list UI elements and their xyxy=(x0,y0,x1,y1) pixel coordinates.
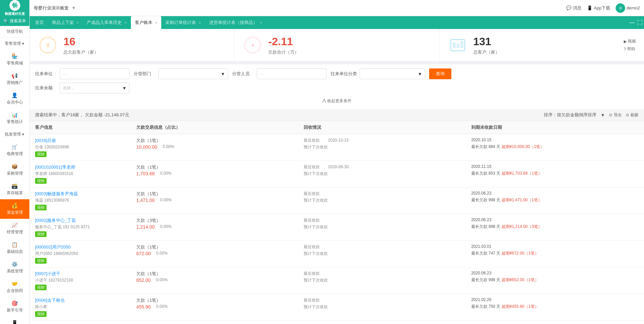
debt-amount: 1,471.00 xyxy=(136,198,155,203)
table-row: [0002]服务中心_丁磊 服务中心_丁磊 181 0125 8371 现销 欠… xyxy=(30,214,644,241)
overdue-amount-link[interactable]: 超期¥1,471.00（1笔） xyxy=(502,198,542,202)
sidebar-item-retail-mgmt[interactable]: 零售管理 ▼ xyxy=(0,37,29,50)
col-customer-info: 客户信息 xyxy=(35,124,136,130)
guide-icon: 🎯 xyxy=(11,300,18,306)
customer-name-link[interactable]: [0016]吕俊 xyxy=(35,138,56,143)
customer-badge: 现销 xyxy=(35,151,47,157)
sidebar-item-basic[interactable]: 📋 基础信息 xyxy=(0,238,29,258)
tab-product-history[interactable]: 产成品入库单历史 × xyxy=(83,16,131,29)
sidebar-item-label: 零售统计 xyxy=(7,119,23,125)
inventory-icon: 🗃️ xyxy=(11,183,18,189)
overdue-days: 最长欠款 998 天 超期¥652.00（1笔） xyxy=(471,277,639,283)
tab-product-off[interactable]: 商品上下架 × xyxy=(48,16,83,29)
overdue-amount-link[interactable]: 超期¥10,000.00（1笔） xyxy=(502,144,544,149)
filter-customer: 往来单位 ··· xyxy=(35,68,130,79)
customer-name-link[interactable]: [0003]畅捷服务尹海蕊 xyxy=(35,191,78,196)
sidebar-item-finance[interactable]: 💰 资金管理 xyxy=(0,199,29,219)
export-icon: ⊙ xyxy=(609,113,612,117)
sidebar-item-purchase[interactable]: 📦 采购管理 xyxy=(0,160,29,180)
collapse-filters-btn[interactable]: ⋀ 收起更多条件 xyxy=(35,97,639,105)
recovery-label: 最近收款 xyxy=(304,297,471,303)
tab-instock-stats[interactable]: 进货单统计表（按商品） × xyxy=(205,16,266,29)
sidebar-item-retail-mall[interactable]: 🏪 零售商城 xyxy=(0,50,29,69)
sidebar-item-label: 批发管理 xyxy=(5,131,21,137)
filter-customer-input[interactable]: ··· xyxy=(60,68,130,79)
svg-rect-7 xyxy=(460,41,463,48)
filter-person-input[interactable]: ··· xyxy=(257,68,327,79)
sidebar-search-menu[interactable]: 🔍 搜索菜单 xyxy=(0,16,29,26)
customer-badge: 现销 xyxy=(35,285,47,290)
sidebar-item-batch-mgmt[interactable]: 批发管理 ▼ xyxy=(0,128,29,141)
sidebar-item-operations[interactable]: 📈 经营管理 xyxy=(0,219,29,238)
tab-purchase-order[interactable]: 采购订单统计表 × xyxy=(161,16,205,29)
next-recovery-label: 预计下次收款 xyxy=(304,224,471,230)
sidebar-item-new-guide[interactable]: 🎯 新手引导 xyxy=(0,297,29,317)
sidebar-item-ecommerce[interactable]: 🛒 电商管理 xyxy=(0,141,29,160)
tab-close-icon[interactable]: × xyxy=(260,21,262,25)
debt-count: 欠款（1笔） xyxy=(136,138,161,144)
filter-category-select[interactable]: ▼ xyxy=(360,68,425,79)
debt-amount: 455.90 xyxy=(136,304,151,310)
customer-name-link[interactable]: [0001020001]李老师 xyxy=(35,165,75,170)
sidebar-item-member[interactable]: 👤 会员中心 xyxy=(0,89,29,109)
overdue-amount-link[interactable]: 超期¥652.00（1笔） xyxy=(502,277,539,282)
help-btn[interactable]: ? 帮助 xyxy=(624,46,636,52)
tab-close-icon[interactable]: × xyxy=(199,21,201,25)
overdue-amount-link[interactable]: 超期¥455.90（1笔） xyxy=(502,304,539,309)
tab-close-icon[interactable]: × xyxy=(155,21,157,25)
debt-customers-icon: ¥ xyxy=(38,35,58,55)
customer-name-link[interactable]: [0006]去下粮仓 xyxy=(35,298,65,303)
filter-balance-select[interactable]: 选择... ▼ xyxy=(60,83,130,93)
finance-icon: 💰 xyxy=(11,203,18,209)
stat-card-total-customers: 131 总客户（家） ▶ 视频 ? 帮助 xyxy=(440,29,644,61)
overdue-days: 最长欠款 998 天 超期¥1,214.00（3笔） xyxy=(471,224,639,230)
customer-name-link[interactable]: [0002]服务中心_丁磊 xyxy=(35,218,76,223)
tab-close-icon[interactable]: × xyxy=(124,21,127,25)
topbar: 母婴行业演示账套 ▼ 💬 消息 📱 App下载 d demo2 xyxy=(30,0,644,16)
recovery-label: 最近收款 xyxy=(304,271,471,276)
debt-customers-number: 16 xyxy=(63,35,99,48)
debt-total-label: 欠款合计（万） xyxy=(268,49,299,55)
stats-icon: 📊 xyxy=(11,112,18,118)
overdue-amount-link[interactable]: 超期¥1,214.00（3笔） xyxy=(502,224,542,229)
debt-count: 欠款（1笔） xyxy=(136,244,161,250)
filter-dept-select[interactable]: ▼ xyxy=(158,68,228,79)
sidebar-item-enterprise[interactable]: 🤝 企业协同 xyxy=(0,277,29,297)
user-avatar[interactable]: d demo2 xyxy=(616,3,640,13)
tab-home[interactable]: 首页 xyxy=(31,16,48,29)
sidebar-item-label: 零售商城 xyxy=(7,60,23,66)
table-row: [0007]小进干 小进干 18279152100 现销 欠款（1笔） 652.… xyxy=(30,267,644,294)
sidebar-item-system[interactable]: ⚙️ 系统管理 xyxy=(0,258,29,277)
refresh-btn[interactable]: ⊙ 刷新 xyxy=(626,112,639,118)
table-row: [000002]用户2050 用户2050 18665062050 现销 欠款（… xyxy=(30,241,644,267)
video-btn[interactable]: ▶ 视频 xyxy=(624,38,636,44)
sidebar-item-marketing[interactable]: 📢 营销推广 xyxy=(0,69,29,89)
search-icon: 🔍 xyxy=(3,19,8,24)
filter-person-label: 分管人员 xyxy=(232,71,254,77)
app-download-btn[interactable]: 📱 App下载 xyxy=(587,5,610,11)
tab-close-icon[interactable]: × xyxy=(77,21,79,25)
tabs-minimize-btn[interactable]: — xyxy=(629,20,635,26)
debt-percent: 0.00% xyxy=(160,171,172,176)
debt-total-number: -2.11 xyxy=(268,35,299,48)
sidebar-item-retail-stats[interactable]: 📊 零售统计 xyxy=(0,109,29,128)
total-customers-number: 131 xyxy=(473,35,500,48)
sidebar-item-app-center[interactable]: 📱 应用中心 xyxy=(0,317,29,324)
refresh-icon: ⊙ xyxy=(626,113,629,117)
customer-name-link[interactable]: [0007]小进干 xyxy=(35,271,60,276)
sidebar-item-inventory[interactable]: 🗃️ 库存核算 xyxy=(0,180,29,199)
export-btn[interactable]: ⊙ 导出 xyxy=(609,112,622,118)
sidebar-item-label: 资金管理 xyxy=(7,210,23,215)
tab-customer-account[interactable]: 客户账本 × xyxy=(131,16,161,29)
overdue-amount-link[interactable]: 超期¥1,703.68（1笔） xyxy=(502,171,542,176)
search-button[interactable]: 查询 xyxy=(429,68,451,79)
chevron-down-icon: ▼ xyxy=(418,71,422,77)
table-header: 客户信息 欠款交易信息（占比） 回收情况 到期未收款日期 xyxy=(30,121,644,134)
tabs-maximize-btn[interactable]: ⛶ xyxy=(637,20,643,26)
debt-amount: 1,703.68 xyxy=(136,171,155,176)
customer-name-link[interactable]: [000002]用户2050 xyxy=(35,244,71,249)
sidebar-quick-nav[interactable]: 快捷导航 xyxy=(0,26,29,37)
overdue-amount-link[interactable]: 超期¥672.00（1笔） xyxy=(502,251,539,256)
filter-dept-label: 分管部门 xyxy=(134,71,156,77)
message-btn[interactable]: 💬 消息 xyxy=(566,5,582,11)
